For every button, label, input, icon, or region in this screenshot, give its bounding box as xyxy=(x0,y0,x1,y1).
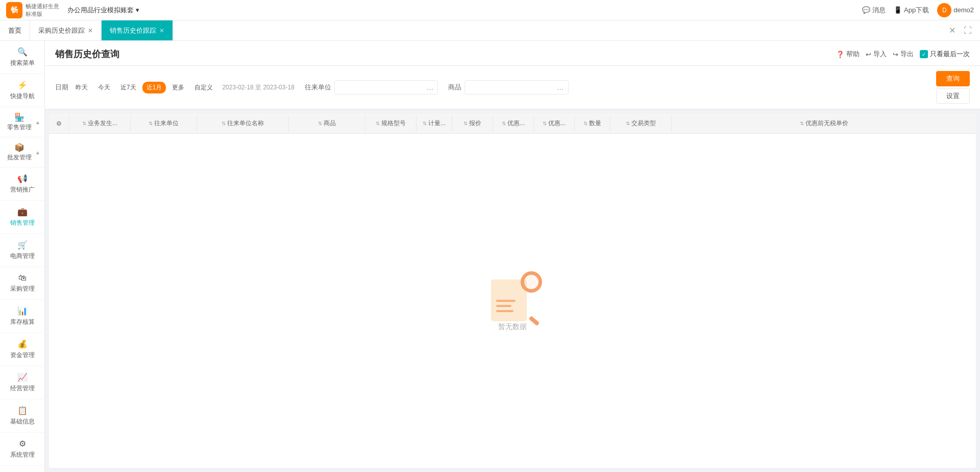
topbar-left: 畅 畅捷通好生意 标准版 办公用品行业模拟账套 ▾ xyxy=(6,2,143,18)
sidebar-item-quick-nav[interactable]: ⚡ 快捷导航 xyxy=(0,74,44,107)
app-selector[interactable]: 办公用品行业模拟账套 ▾ xyxy=(63,4,143,17)
tab-home[interactable]: 首页 xyxy=(0,20,30,40)
date-range-display: 2023-02-18 至 2023-03-18 xyxy=(222,83,294,92)
chevron-wholesale-icon: ▲ xyxy=(35,150,40,155)
inventory-icon: 📊 xyxy=(17,306,28,316)
th-unit-code[interactable]: ⇅ 往来单位 xyxy=(131,115,197,132)
marketing-icon: 📢 xyxy=(17,174,28,183)
product-filter-group: 商品 ... xyxy=(448,80,568,95)
date-filter-group: 日期 昨天 今天 近7天 近1月 更多 自定义 2023-02-18 至 202… xyxy=(55,82,295,93)
main-layout: 🔍 搜索菜单 ⚡ 快捷导航 🏪 零售管理 ▲ 📦 批发管理 ▲ 📢 营销推广 xyxy=(0,41,980,472)
help-btn[interactable]: ❓ 帮助 xyxy=(836,50,860,59)
basic-info-icon: 📋 xyxy=(17,406,28,415)
date-pill-last7days[interactable]: 近7天 xyxy=(116,82,140,93)
sidebar-item-basic-info[interactable]: 📋 基础信息 xyxy=(0,399,44,433)
only-last-checkbox[interactable]: ✓ 只看最后一次 xyxy=(920,50,970,59)
partner-label: 往来单位 xyxy=(305,83,331,92)
sidebar-item-system[interactable]: ⚙ 系统管理 xyxy=(0,433,44,466)
operation-icon: 📈 xyxy=(17,372,28,382)
th-trade-type[interactable]: ⇅ 交易类型 xyxy=(610,115,672,132)
th-spec[interactable]: ⇅ 规格型号 xyxy=(365,115,416,132)
th-calc-unit[interactable]: ⇅ 计量... xyxy=(416,115,452,132)
sort-unit-code-icon: ⇅ xyxy=(149,121,153,126)
finance-icon: 💰 xyxy=(17,339,28,349)
date-pill-yesterday[interactable]: 昨天 xyxy=(71,82,92,93)
search-icon: 🔍 xyxy=(17,47,28,57)
sort-unit-icon: ⇅ xyxy=(423,121,427,126)
sidebar-item-retail[interactable]: 🏪 零售管理 ▲ xyxy=(0,107,44,137)
sidebar-item-purchase[interactable]: 🛍 采购管理 xyxy=(0,267,44,300)
filter-bar: 日期 昨天 今天 近7天 近1月 更多 自定义 2023-02-18 至 202… xyxy=(45,66,980,109)
filter-action-buttons: 查询 设置 xyxy=(936,71,970,104)
user-btn[interactable]: D demo2 xyxy=(937,3,974,17)
th-unit-name[interactable]: ⇅ 往来单位名称 xyxy=(197,115,289,132)
logo-box: 畅 畅捷通好生意 标准版 xyxy=(6,2,59,18)
th-qty[interactable]: ⇅ 数量 xyxy=(575,115,610,132)
partner-input-box: ... xyxy=(334,80,438,95)
date-pill-last1month[interactable]: 近1月 xyxy=(142,82,166,93)
maximize-icon[interactable]: ⛶ xyxy=(962,24,974,37)
close-tab-icon[interactable]: ✕ xyxy=(947,23,958,37)
th-discount-amt[interactable]: ⇅ 优惠... xyxy=(534,115,575,132)
sort-discount-rate-icon: ⇅ xyxy=(502,121,506,126)
sort-quote-icon: ⇅ xyxy=(463,121,468,126)
sort-biz-date-icon: ⇅ xyxy=(82,121,86,126)
tabbar-actions: ✕ ⛶ xyxy=(947,20,980,40)
th-product[interactable]: ⇅ 商品 xyxy=(289,115,365,132)
page-header: 销售历史价查询 ❓ 帮助 ↩ 导入 ↪ 导出 ✓ 只看最后一次 xyxy=(45,41,980,66)
retail-icon: 🏪 xyxy=(14,112,24,122)
sidebar-item-enterprise[interactable]: 🤝 企业协同 xyxy=(0,466,44,472)
partner-dots-icon[interactable]: ... xyxy=(427,83,433,92)
sidebar-item-finance[interactable]: 💰 资金管理 xyxy=(0,333,44,366)
message-icon: 💬 xyxy=(862,6,870,14)
th-notax-price[interactable]: ⇅ 优惠前无税单价 xyxy=(672,115,976,132)
sidebar-item-marketing[interactable]: 📢 营销推广 xyxy=(0,168,44,201)
th-biz-date[interactable]: ⇅ 业务发生... xyxy=(69,115,131,132)
date-pill-today[interactable]: 今天 xyxy=(94,82,114,93)
export-btn[interactable]: ↪ 导出 xyxy=(893,50,914,59)
close-sales-tab-icon[interactable]: ✕ xyxy=(159,27,164,34)
sort-spec-icon: ⇅ xyxy=(376,121,380,126)
product-label: 商品 xyxy=(448,83,461,92)
date-pill-more[interactable]: 更多 xyxy=(168,82,188,93)
sidebar-item-operation[interactable]: 📈 经营管理 xyxy=(0,366,44,399)
date-pills: 昨天 今天 近7天 近1月 更多 自定义 xyxy=(71,82,217,93)
close-purchase-tab-icon[interactable]: ✕ xyxy=(88,27,93,34)
sidebar: 🔍 搜索菜单 ⚡ 快捷导航 🏪 零售管理 ▲ 📦 批发管理 ▲ 📢 营销推广 xyxy=(0,41,45,472)
sidebar-item-ecommerce[interactable]: 🛒 电商管理 xyxy=(0,234,44,267)
quick-nav-icon: ⚡ xyxy=(17,80,28,90)
page-actions: ❓ 帮助 ↩ 导入 ↪ 导出 ✓ 只看最后一次 xyxy=(836,50,970,59)
wholesale-icon: 📦 xyxy=(14,143,24,152)
tab-purchase-history[interactable]: 采购历史价跟踪 ✕ xyxy=(30,20,102,40)
th-quote[interactable]: ⇅ 报价 xyxy=(452,115,493,132)
purchase-icon: 🛍 xyxy=(18,273,27,282)
sort-qty-icon: ⇅ xyxy=(583,121,587,126)
sidebar-item-search-menu[interactable]: 🔍 搜索菜单 xyxy=(0,41,44,74)
sidebar-item-inventory[interactable]: 📊 库存核算 xyxy=(0,300,44,333)
sidebar-item-sales[interactable]: 💼 销售管理 xyxy=(0,201,44,234)
import-icon: ↩ xyxy=(866,51,871,58)
message-btn[interactable]: 💬 消息 xyxy=(862,6,886,15)
th-discount-rate[interactable]: ⇅ 优惠... xyxy=(493,115,534,132)
empty-illustration xyxy=(487,270,538,316)
table-container: ⚙ ⇅ 业务发生... ⇅ 往来单位 ⇅ 往来单位名称 ⇅ 商品 xyxy=(49,113,976,468)
date-label: 日期 xyxy=(55,83,68,92)
th-gear[interactable]: ⚙ xyxy=(49,116,69,131)
import-btn[interactable]: ↩ 导入 xyxy=(866,50,887,59)
sort-unit-name-icon: ⇅ xyxy=(222,121,226,126)
settings-button[interactable]: 设置 xyxy=(936,88,970,104)
product-dots-icon[interactable]: ... xyxy=(557,83,564,92)
tab-sales-history[interactable]: 销售历史价跟踪 ✕ xyxy=(102,20,173,40)
logo-icon: 畅 xyxy=(6,2,22,18)
table-header: ⚙ ⇅ 业务发生... ⇅ 往来单位 ⇅ 往来单位名称 ⇅ 商品 xyxy=(49,113,976,134)
sidebar-item-wholesale[interactable]: 📦 批发管理 ▲ xyxy=(0,137,44,168)
sort-trade-type-icon: ⇅ xyxy=(626,121,630,126)
empty-text: 暂无数据 xyxy=(498,322,527,332)
query-button[interactable]: 查询 xyxy=(936,71,970,86)
product-input[interactable] xyxy=(469,84,555,91)
partner-input[interactable] xyxy=(339,84,425,91)
app-download-btn[interactable]: 📱 App下载 xyxy=(894,6,929,15)
chevron-retail-icon: ▲ xyxy=(35,120,40,125)
sort-notax-price-icon: ⇅ xyxy=(800,121,804,126)
date-pill-custom[interactable]: 自定义 xyxy=(190,82,217,93)
